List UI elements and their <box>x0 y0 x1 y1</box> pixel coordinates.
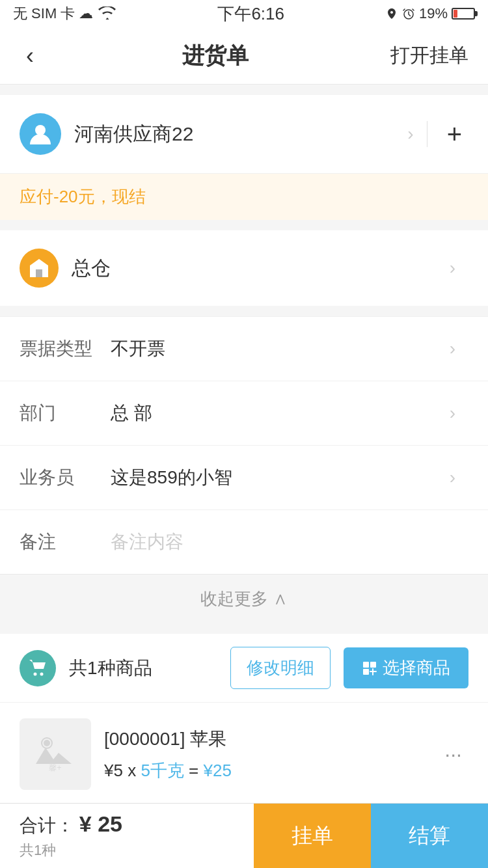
wifi-icon <box>98 7 116 21</box>
supplier-avatar <box>20 113 61 155</box>
remark-input[interactable]: 备注内容 <box>98 530 468 554</box>
svg-rect-5 <box>363 662 369 668</box>
status-right: 19% <box>385 5 475 22</box>
select-product-icon <box>362 660 377 676</box>
salesperson-value: 这是859的小智 <box>98 465 450 490</box>
nav-bar: ‹ 进货单 打开挂单 <box>0 27 488 85</box>
product-info: [0000001] 苹果 ¥5 x 5千克 = ¥25 <box>104 727 425 782</box>
total-count: 共1种 <box>20 841 234 860</box>
warehouse-row[interactable]: 总仓 › <box>0 230 488 306</box>
invoice-row[interactable]: 票据类型 不开票 › <box>0 316 488 381</box>
edit-detail-button[interactable]: 修改明细 <box>230 647 331 689</box>
battery-icon <box>452 8 475 20</box>
bottom-bar: 合计： ¥ 25 共1种 挂单 结算 <box>0 803 488 868</box>
form-card: 票据类型 不开票 › 部门 总 部 › 业务员 这是859的小智 › 备注 备注… <box>0 316 488 574</box>
svg-rect-6 <box>370 662 376 668</box>
product-default-icon: 馨+ <box>33 731 78 777</box>
svg-point-8 <box>44 740 50 746</box>
svg-rect-7 <box>363 669 369 675</box>
status-left: 无 SIM 卡 ☁ <box>13 4 116 23</box>
svg-text:馨+: 馨+ <box>49 763 61 772</box>
status-bar: 无 SIM 卡 ☁ 下午6:16 19% <box>0 0 488 27</box>
warehouse-icon-circle <box>20 249 59 288</box>
supplier-name: 河南供应商22 <box>74 121 407 148</box>
person-icon <box>27 121 53 147</box>
add-supplier-button[interactable]: + <box>441 120 468 149</box>
status-time: 下午6:16 <box>217 3 284 25</box>
dept-chevron-icon: › <box>450 403 455 424</box>
section-gap-4 <box>0 623 488 634</box>
page-title: 进货单 <box>182 41 249 71</box>
warehouse-chevron-icon: › <box>450 258 455 278</box>
supplier-chevron-icon: › <box>407 124 413 144</box>
salesperson-row[interactable]: 业务员 这是859的小智 › <box>0 445 488 509</box>
total-amount: ¥ 25 <box>79 811 122 836</box>
product-item: 馨+ [0000001] 苹果 ¥5 x 5千克 = ¥25 ··· <box>0 702 488 806</box>
alarm-icon <box>402 7 415 20</box>
sim-status: 无 SIM 卡 ☁ <box>13 4 93 23</box>
invoice-chevron-icon: › <box>450 338 455 359</box>
product-thumbnail: 馨+ <box>20 718 91 790</box>
remark-label: 备注 <box>20 530 98 554</box>
invoice-label: 票据类型 <box>20 336 98 361</box>
battery-percent: 19% <box>419 5 448 22</box>
total-label: 合计： <box>20 815 74 835</box>
dept-row[interactable]: 部门 总 部 › <box>0 381 488 445</box>
svg-rect-2 <box>36 269 42 277</box>
supplier-notice: 应付-20元，现结 <box>0 174 488 220</box>
cart-icon <box>27 657 49 679</box>
section-gap-3 <box>0 306 488 316</box>
warehouse-name: 总仓 <box>72 255 450 282</box>
invoice-value: 不开票 <box>98 336 450 361</box>
select-product-label: 选择商品 <box>383 657 450 679</box>
collapse-bar[interactable]: 收起更多 ∧ <box>0 574 488 623</box>
warehouse-card[interactable]: 总仓 › <box>0 230 488 306</box>
svg-point-4 <box>40 672 44 675</box>
hang-button[interactable]: 挂单 <box>254 804 371 868</box>
location-icon <box>385 7 398 20</box>
vertical-divider <box>427 121 427 147</box>
open-hang-button[interactable]: 打开挂单 <box>390 42 468 69</box>
total-section: 合计： ¥ 25 共1种 <box>0 804 254 868</box>
products-header: 共1种商品 修改明细 选择商品 <box>0 634 488 702</box>
section-gap-2 <box>0 220 488 230</box>
product-more-button[interactable]: ··· <box>438 736 468 773</box>
section-gap-1 <box>0 85 488 95</box>
checkout-button[interactable]: 结算 <box>371 804 488 868</box>
products-count: 共1种商品 <box>69 656 217 681</box>
svg-point-3 <box>34 672 37 675</box>
warehouse-building-icon <box>27 256 51 280</box>
remark-row[interactable]: 备注 备注内容 <box>0 509 488 574</box>
product-name: [0000001] 苹果 <box>104 727 425 752</box>
salesperson-label: 业务员 <box>20 465 98 490</box>
supplier-card: 河南供应商22 › + 应付-20元，现结 <box>0 95 488 220</box>
product-quantity: 5千克 <box>141 761 189 780</box>
back-button[interactable]: ‹ <box>20 36 40 76</box>
product-price: ¥5 x 5千克 = ¥25 <box>104 759 425 782</box>
product-total: ¥25 <box>204 761 232 780</box>
svg-point-1 <box>35 125 46 135</box>
products-icon-circle <box>20 650 56 686</box>
dept-label: 部门 <box>20 401 98 426</box>
total-row: 合计： ¥ 25 <box>20 811 234 838</box>
supplier-row[interactable]: 河南供应商22 › + <box>0 95 488 174</box>
select-product-button[interactable]: 选择商品 <box>344 647 468 688</box>
salesperson-chevron-icon: › <box>450 467 455 488</box>
dept-value: 总 部 <box>98 401 450 426</box>
